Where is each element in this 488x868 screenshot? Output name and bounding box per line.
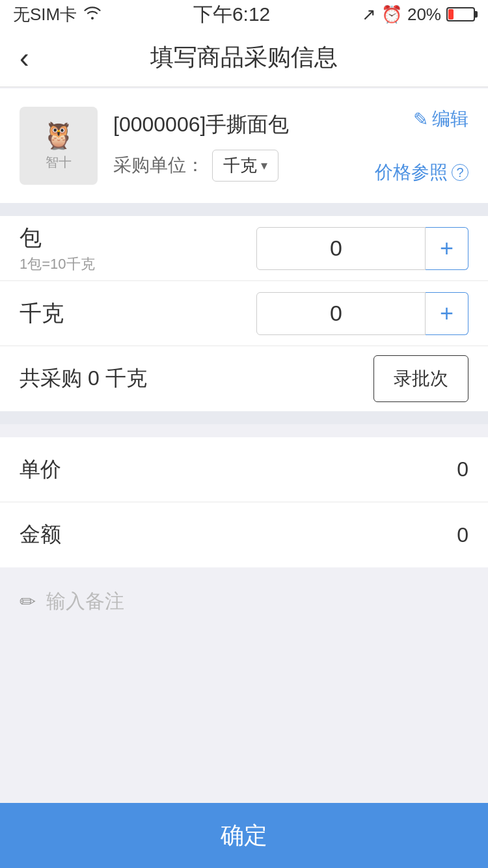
amount-row: 金额 0	[0, 502, 488, 567]
unit-price-value: 0	[457, 457, 468, 481]
product-id: [0000006]	[113, 113, 206, 136]
edit-icon: ✎	[413, 109, 428, 130]
kg-label: 千克	[20, 299, 111, 329]
kg-input-right: +	[111, 292, 468, 335]
section-divider-1	[0, 203, 488, 216]
info-icon: ?	[452, 164, 468, 181]
notes-section[interactable]: ✏ 输入备注	[0, 569, 488, 634]
summary-text: 共采购 0 千克	[20, 364, 147, 393]
bag-input-row: 包 1包=10千克 +	[0, 216, 488, 281]
bottom-spacer	[0, 634, 488, 699]
battery-percentage: 20%	[407, 5, 441, 25]
bag-input-right: +	[111, 227, 468, 270]
status-right: ↗ ⏰ 20%	[362, 5, 475, 25]
alarm-icon: ⏰	[381, 5, 402, 25]
chevron-down-icon: ▾	[261, 157, 267, 173]
record-batch-button[interactable]: 录批次	[373, 355, 468, 402]
nav-bar: ‹ 填写商品采购信息	[0, 29, 488, 87]
carrier-text: 无SIM卡	[13, 3, 77, 26]
edit-label: 编辑	[432, 107, 468, 131]
price-ref-label: 价格参照	[375, 160, 448, 185]
page-title: 填写商品采购信息	[150, 42, 338, 74]
amount-label: 金额	[20, 521, 61, 549]
bag-sub-label: 1包=10千克	[20, 254, 111, 274]
unit-label: 采购单位：	[113, 153, 204, 178]
kg-plus-button[interactable]: +	[426, 292, 468, 335]
product-image: 🦉 智十	[20, 107, 98, 185]
wifi-icon	[83, 5, 102, 23]
kg-input[interactable]	[256, 292, 426, 335]
summary-row: 共采购 0 千克 录批次	[0, 346, 488, 411]
notes-placeholder: 输入备注	[46, 588, 124, 615]
status-time: 下午6:12	[193, 1, 270, 28]
unit-select[interactable]: 千克 ▾	[212, 150, 278, 182]
bag-label-group: 包 1包=10千克	[20, 223, 111, 274]
pencil-icon: ✏	[20, 590, 36, 613]
product-image-text: 智十	[46, 154, 72, 171]
unit-price-label: 单价	[20, 455, 61, 484]
price-section: 单价 0 金额 0	[0, 437, 488, 567]
gps-icon: ↗	[362, 5, 376, 25]
kg-input-row: 千克 +	[0, 281, 488, 346]
unit-value: 千克	[223, 154, 257, 177]
input-section: 包 1包=10千克 + 千克 +	[0, 216, 488, 346]
edit-button[interactable]: ✎ 编辑	[413, 107, 468, 131]
product-card: 🦉 智十 [0000006]手撕面包 采购单位： 千克 ▾ ✎ 编辑 价格参照 …	[0, 88, 488, 203]
amount-value: 0	[457, 523, 468, 547]
battery-icon	[446, 7, 475, 21]
unit-price-row: 单价 0	[0, 437, 488, 502]
bag-input[interactable]	[256, 227, 426, 270]
bag-label: 包	[20, 223, 111, 253]
product-image-owl: 🦉	[42, 120, 75, 151]
bag-plus-button[interactable]: +	[426, 227, 468, 270]
section-divider-2	[0, 411, 488, 424]
kg-label-group: 千克	[20, 299, 111, 329]
back-button[interactable]: ‹	[20, 42, 29, 74]
product-title: 手撕面包	[206, 113, 289, 136]
price-ref-button[interactable]: 价格参照 ?	[375, 160, 468, 185]
confirm-button[interactable]: 确定	[0, 803, 488, 868]
status-left: 无SIM卡	[13, 3, 102, 26]
status-bar: 无SIM卡 下午6:12 ↗ ⏰ 20%	[0, 0, 488, 29]
